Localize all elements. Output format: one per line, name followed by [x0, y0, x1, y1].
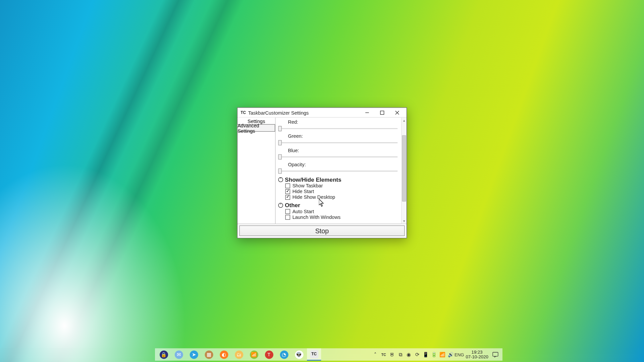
app-icon: TC	[240, 110, 246, 115]
edge-icon: ◔	[280, 350, 288, 359]
checkbox-icon	[285, 209, 290, 214]
tray-sync-icon[interactable]: ⟳	[414, 348, 421, 361]
checkbox-icon	[285, 189, 290, 194]
tray-chrome-icon[interactable]: ◉	[405, 348, 413, 361]
slider-green[interactable]	[278, 139, 397, 146]
check-launch-with-windows[interactable]: Launch With Windows	[278, 215, 397, 220]
lock-icon: 🔒	[159, 350, 168, 359]
chevron-up-icon: ˄	[278, 177, 283, 182]
check-show-taskbar[interactable]: Show Taskbar	[278, 183, 397, 189]
scroll-down-icon[interactable]: ▾	[401, 218, 407, 224]
t-red-icon: T	[265, 350, 273, 359]
tray-volume-icon[interactable]: 🔊	[447, 348, 454, 361]
checkbox-icon	[285, 215, 290, 220]
explorer-icon: 🗂	[235, 350, 243, 359]
taskbar-app-telegram[interactable]: ➤	[186, 348, 201, 361]
check-label: Launch With Windows	[292, 215, 341, 220]
label-green: Green:	[288, 133, 397, 139]
titlebar[interactable]: TC TaskbarCustomizer Settings	[237, 108, 407, 118]
taskbar-app-rss[interactable]: 📶	[247, 348, 261, 361]
scrollbar-thumb[interactable]	[402, 135, 406, 202]
scroll-up-icon[interactable]: ▴	[401, 118, 407, 123]
taskbar-app-lock[interactable]: 🔒	[157, 348, 171, 361]
check-label: Hide Show Desktop	[292, 194, 335, 200]
tab-advanced-settings[interactable]: Advanced Settings	[237, 124, 275, 132]
section-showhide-title: Show/Hide Elements	[285, 176, 341, 183]
action-center-icon[interactable]	[491, 348, 500, 361]
check-hide-start[interactable]: Hide Start	[278, 189, 397, 194]
checkbox-icon	[285, 195, 290, 200]
minimize-button[interactable]	[360, 108, 375, 117]
check-label: Auto Start	[292, 208, 314, 214]
tray-overflow-icon[interactable]: ˄	[372, 348, 379, 361]
tray-shield-icon[interactable]: ⛨	[388, 348, 396, 361]
maximize-button[interactable]	[375, 108, 390, 117]
box-icon: ▦	[205, 350, 213, 359]
mail-icon: ✉	[174, 350, 183, 359]
taskbar-app-mail[interactable]: ✉	[172, 348, 186, 361]
slider-blue[interactable]	[278, 154, 397, 161]
taskbar-app-firefox[interactable]: ◐	[217, 348, 231, 361]
tray-tc-icon[interactable]: TC	[380, 348, 387, 361]
taskbar-clock[interactable]: 19:23 07-10-2020	[464, 350, 490, 359]
tc-icon: TC	[310, 350, 318, 358]
tray-phone-icon[interactable]: 📱	[422, 348, 429, 361]
taskbar-app-edge[interactable]: ◔	[277, 348, 291, 361]
telegram-icon: ➤	[190, 350, 198, 359]
clock-time: 19:23	[472, 350, 483, 355]
stop-button[interactable]: Stop	[239, 226, 405, 236]
taskbar-app-tc[interactable]: TC	[307, 348, 321, 361]
section-other-title: Other	[285, 202, 300, 209]
settings-dialog: TC TaskbarCustomizer Settings Settings A…	[237, 107, 407, 238]
settings-panel: Red: Green: Blue: Opacity: ˄ Show/Hide E…	[276, 118, 401, 224]
slider-red[interactable]	[278, 125, 397, 132]
vertical-scrollbar[interactable]: ▴ ▾	[401, 118, 407, 224]
checkbox-icon	[285, 183, 290, 188]
rss-icon: 📶	[250, 350, 258, 359]
alien-icon: 👽	[295, 350, 303, 359]
tray-wifi-icon[interactable]: 📶	[439, 348, 446, 361]
tray-dropbox-icon[interactable]: ⧉	[397, 348, 404, 361]
label-blue: Blue:	[288, 147, 397, 153]
label-red: Red:	[288, 119, 397, 125]
tray-battery-icon[interactable]: 🔋	[430, 348, 438, 361]
svg-text:TC: TC	[240, 110, 246, 115]
svg-rect-3	[380, 111, 384, 114]
window-title: TaskbarCustomizer Settings	[248, 110, 309, 115]
section-showhide[interactable]: ˄ Show/Hide Elements	[278, 176, 397, 183]
check-label: Show Taskbar	[292, 183, 323, 189]
svg-rect-6	[493, 352, 498, 356]
system-tray: ˄ TC ⛨ ⧉ ◉ ⟳ 📱 🔋 📶 🔊 ENG 19:23 07-10-202…	[369, 348, 502, 361]
taskbar-app-box[interactable]: ▦	[202, 348, 216, 361]
clock-date: 07-10-2020	[466, 355, 488, 360]
sidebar: Settings Advanced Settings	[237, 118, 275, 224]
check-label: Hide Start	[292, 189, 314, 194]
firefox-icon: ◐	[220, 350, 228, 359]
close-button[interactable]	[390, 108, 405, 117]
tray-language[interactable]: ENG	[455, 348, 463, 361]
slider-opacity[interactable]	[278, 168, 397, 175]
check-hide-show-desktop[interactable]: Hide Show Desktop	[278, 194, 397, 200]
taskbar-app-alien[interactable]: 👽	[292, 348, 306, 361]
check-auto-start[interactable]: Auto Start	[278, 208, 397, 214]
taskbar-apps: 🔒✉➤▦◐🗂📶T◔👽TC	[155, 348, 323, 361]
screen-scale-wrapper: TC TaskbarCustomizer Settings Settings A…	[0, 0, 644, 361]
section-other[interactable]: ˄ Other	[278, 202, 397, 209]
taskbar-inner[interactable]: 🔒✉➤▦◐🗂📶T◔👽TC ˄ TC ⛨ ⧉ ◉ ⟳ 📱 🔋 📶 🔊 ENG 19…	[155, 348, 502, 361]
chevron-up-icon: ˄	[278, 203, 283, 208]
taskbar-app-explorer[interactable]: 🗂	[232, 348, 246, 361]
label-opacity: Opacity:	[288, 162, 397, 167]
taskbar-app-t-red[interactable]: T	[262, 348, 276, 361]
